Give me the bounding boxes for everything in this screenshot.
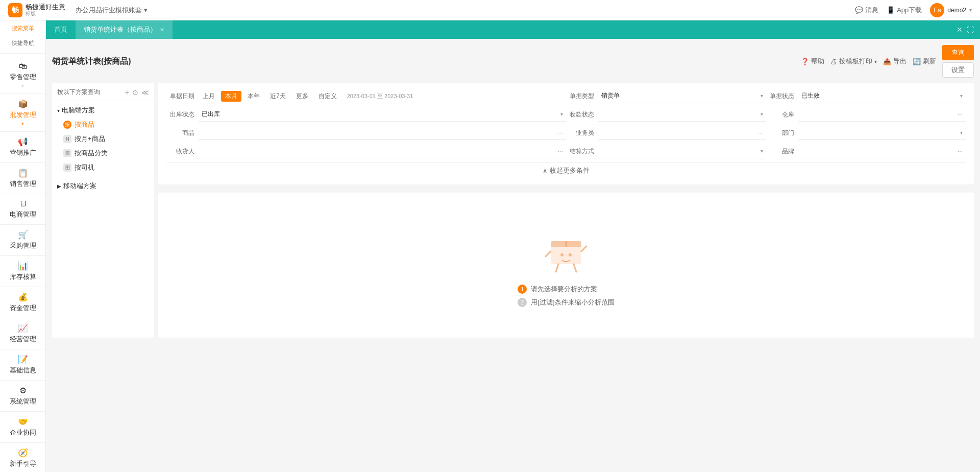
salesperson-ellipsis[interactable]: ··· [757,129,763,136]
date-tab-this-year[interactable]: 本年 [243,91,264,102]
tab-close-icon[interactable]: ✕ [160,27,164,33]
user-menu[interactable]: Ea demo2 ▾ [930,3,972,17]
tree-item-by-product[interactable]: 按 按商品 [52,117,154,132]
brand-value[interactable]: ··· [798,144,966,158]
out-status-value[interactable]: 已出库 ▾ [199,107,566,122]
doc-status-value[interactable]: 已生效 ▾ [798,89,966,103]
sidebar-quick-nav[interactable]: 快捷导航 [0,36,45,50]
inventory-icon: 📊 [18,261,28,271]
brand-ellipsis[interactable]: ··· [958,148,963,155]
dept-value[interactable]: ▾ [798,126,966,140]
empty-tip-2-text: 用[过滤]条件来缩小分析范围 [531,298,614,307]
template-print-button[interactable]: 🖨 按模板打印 ▾ [830,57,877,66]
app-download-button[interactable]: 📱 App下载 [887,6,922,15]
left-panel: 按以下方案查询 + ⊙ ≪ ▾ 电脑端方案 按 [52,83,154,338]
svg-line-8 [581,246,586,251]
sidebar-item-basics[interactable]: 📝 基础信息 [0,349,45,381]
message-button[interactable]: 💬 消息 [855,6,878,15]
filter-cell-settlement: 结算方式 ▾ [566,144,766,158]
tree-item-by-driver[interactable]: 图 按司机 [52,160,154,175]
left-panel-title: 按以下方案查询 [57,88,100,97]
sidebar-item-marketing[interactable]: 📢 营销推广 [0,132,45,163]
sidebar-search[interactable]: 搜索菜单 [0,20,45,36]
wholesale-expand-icon: ▾ [21,121,24,126]
tree-parent-desktop[interactable]: ▾ 电脑端方案 [52,103,154,117]
collapse-filters-button[interactable]: ∧ 收起更多条件 [166,162,966,178]
sidebar-item-guide[interactable]: 🧭 新手引导 [0,443,45,472]
sidebar: 搜索菜单 快捷导航 🛍 零售管理 ▾ 📦 批发管理 ▾ 📢 营销推广 📋 销售管… [0,20,46,472]
warehouse-label: 仓库 [766,110,794,119]
print-icon: 🖨 [830,58,837,65]
warehouse-ellipsis[interactable]: ··· [958,111,963,118]
filter-panel: 单据日期 上月 本月 本年 近7天 更多 自定义 2023-03-01 至 20… [158,83,974,184]
recipient-label: 收货人 [166,147,194,156]
sidebar-item-ops[interactable]: 📈 经营管理 [0,318,45,349]
doc-type-dropdown-icon: ▾ [761,93,763,99]
sidebar-item-wholesale[interactable]: 📦 批发管理 ▾ [0,94,45,132]
add-scheme-icon[interactable]: + [125,88,129,97]
sidebar-item-inventory[interactable]: 📊 库存核算 [0,256,45,287]
tree-mobile-arrow: ▶ [57,183,61,189]
query-button[interactable]: 查询 [942,45,974,60]
date-tab-this-month[interactable]: 本月 [221,91,241,102]
export-button[interactable]: 📤 导出 [883,57,906,66]
recipient-value[interactable]: ··· [199,144,566,158]
tab-sales-stat[interactable]: 销货单统计表（按商品） ✕ [76,20,173,39]
collapse-panel-icon[interactable]: ≪ [141,88,149,97]
tree-item-by-category[interactable]: 回 按商品分类 [52,146,154,160]
retail-expand-icon: ▾ [21,83,24,88]
svg-line-5 [556,264,558,272]
help-button[interactable]: ❓ 帮助 [801,57,824,66]
sidebar-item-collab[interactable]: 🤝 企业协同 [0,412,45,443]
settings-button[interactable]: 设置 [942,62,974,78]
filter-cell-date: 单据日期 上月 本月 本年 近7天 更多 自定义 2023-03-01 至 20… [166,91,566,102]
sidebar-item-retail[interactable]: 🛍 零售管理 ▾ [0,57,45,94]
tree-item-by-month-product[interactable]: 月 按月+商品 [52,132,154,146]
doc-type-value[interactable]: 销货单 ▾ [598,89,766,103]
collect-status-value[interactable]: ▾ [598,107,766,122]
refresh-button[interactable]: 🔄 刷新 [913,57,936,66]
sidebar-item-sales[interactable]: 📋 销售管理 [0,163,45,194]
settlement-value[interactable]: ▾ [598,144,766,158]
settings-scheme-icon[interactable]: ⊙ [132,88,138,97]
product-ellipsis[interactable]: ··· [558,129,563,136]
sidebar-item-label-wholesale: 批发管理 [10,110,36,120]
settlement-dropdown-icon: ▾ [761,148,763,154]
avatar: Ea [930,3,944,17]
out-status-dropdown-icon: ▾ [560,111,563,117]
by-month-product-icon: 月 [63,135,71,143]
window-maximize-icon[interactable]: ⛶ [967,26,974,34]
by-driver-label: 按司机 [75,163,94,172]
date-tab-custom[interactable]: 自定义 [314,91,341,102]
date-tab-last-month[interactable]: 上月 [199,91,219,102]
salesperson-value[interactable]: ··· [598,126,766,140]
sidebar-item-system[interactable]: ⚙ 系统管理 [0,381,45,412]
workspace-selector[interactable]: 办公用品行业模拟账套 ▾ [76,6,148,15]
sidebar-item-ecommerce[interactable]: 🖥 电商管理 [0,194,45,225]
collect-status-dropdown-icon: ▾ [761,111,763,117]
recipient-ellipsis[interactable]: ··· [558,148,563,155]
tab-home[interactable]: 首页 [46,20,76,39]
svg-point-4 [569,253,572,256]
product-value[interactable]: ··· [199,126,566,140]
purchase-icon: 🛒 [18,230,28,240]
right-panel: 单据日期 上月 本月 本年 近7天 更多 自定义 2023-03-01 至 20… [158,83,974,338]
tab-bar: 首页 销货单统计表（按商品） ✕ ✕ ⛶ [46,20,980,39]
date-tab-7days[interactable]: 近7天 [266,91,290,102]
left-panel-header: 按以下方案查询 + ⊙ ≪ [52,88,154,101]
date-tab-more[interactable]: 更多 [292,91,312,102]
doc-type-label: 单据类型 [566,92,594,101]
marketing-icon: 📢 [18,137,28,147]
date-range: 2023-03-01 至 2023-03-31 [347,92,413,100]
window-buttons: ✕ ⛶ [957,26,980,34]
tree-parent-mobile[interactable]: ▶ 移动端方案 [52,179,154,193]
window-close-icon[interactable]: ✕ [957,26,963,34]
message-icon: 💬 [855,6,863,14]
sidebar-item-purchase[interactable]: 🛒 采购管理 [0,225,45,256]
top-header: 畅 畅捷通好生意 标版 办公用品行业模拟账套 ▾ 💬 消息 📱 App下载 Ea… [0,0,980,20]
warehouse-value[interactable]: ··· [798,107,966,122]
finance-icon: 💰 [18,292,28,302]
doc-type-text: 销货单 [601,91,620,100]
empty-tip-1: 1 请先选择要分析的方案 [518,285,614,294]
sidebar-item-finance[interactable]: 💰 资金管理 [0,287,45,318]
